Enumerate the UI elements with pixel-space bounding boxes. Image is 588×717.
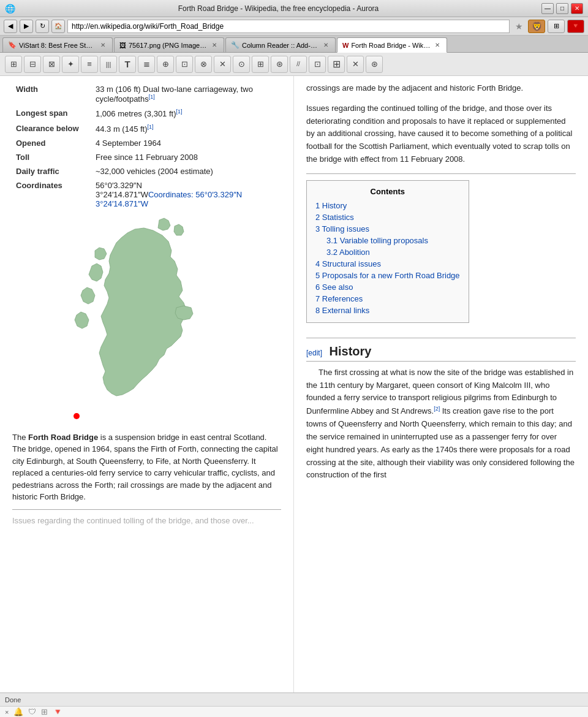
table-row-width: Width 33 m (106 ft) Dual two-lane carria…	[12, 82, 281, 106]
tab-close-vistart[interactable]: ✕	[99, 41, 107, 50]
minimize-button[interactable]: —	[541, 3, 554, 14]
value-toll: Free since 11 February 2008	[92, 150, 281, 164]
toolbar-icon-1[interactable]: ⊞	[5, 56, 22, 73]
back-button[interactable]: ◀	[4, 20, 17, 33]
left-column[interactable]: Width 33 m (106 ft) Dual two-lane carria…	[0, 76, 294, 692]
label-daily-traffic: Daily traffic	[12, 164, 92, 178]
addon-button-3[interactable]: 🔻	[567, 20, 584, 33]
label-opened: Opened	[12, 136, 92, 150]
toolbar-icon-11[interactable]: ⊗	[195, 56, 212, 73]
toolbar-icon-15[interactable]: ⊛	[271, 56, 288, 73]
value-coordinates: 56°0′3.329″N3°24′14.871″WCoordinates: 56…	[92, 178, 281, 211]
tab-close-wikipedia[interactable]: ✕	[433, 41, 442, 50]
url-input[interactable]	[67, 20, 510, 33]
right-column[interactable]: crossings are made by the adjacent and h…	[294, 76, 588, 692]
contents-title: Contents	[315, 187, 460, 196]
toolbar-icon-13[interactable]: ⊙	[233, 56, 250, 73]
tab-wikipedia[interactable]: W Forth Road Bridge - Wikipedia, the fr.…	[337, 37, 447, 53]
status-text: Done	[5, 696, 21, 704]
addon-button-1[interactable]: 🦁	[528, 20, 545, 33]
contents-item-1[interactable]: 1 History	[315, 200, 460, 211]
contents-item-3[interactable]: 3 Tolling issues	[315, 223, 460, 235]
addon-bar-close[interactable]: ×	[5, 708, 9, 716]
tab-icon-column-reader: 🔧	[231, 41, 239, 49]
tabs-bar: 🔖 ViStart 8: Best Free Start Menu Altern…	[0, 36, 588, 53]
intro-partial-text: crossings are made by the adjacent and h…	[306, 82, 576, 95]
description-paragraph: The Forth Road Bridge is a suspension br…	[12, 431, 281, 503]
contents-item-6[interactable]: 6 See also	[315, 281, 460, 293]
sup-2: [2]	[434, 406, 440, 412]
addon-button-2[interactable]: ⊞	[548, 20, 565, 33]
toolbar-icon-8[interactable]: ≣	[138, 56, 155, 73]
content-area: Width 33 m (106 ft) Dual two-lane carria…	[0, 76, 588, 692]
bookmark-star[interactable]: ★	[512, 20, 526, 33]
value-width: 33 m (106 ft) Dual two-lane carriageway,…	[92, 82, 281, 106]
toolbar-icon-3[interactable]: ⊠	[43, 56, 60, 73]
tab-icon-png: 🖼	[119, 42, 126, 49]
tab-icon-wikipedia: W	[342, 42, 349, 49]
addon-bar-icon-1[interactable]: 🔔	[13, 707, 23, 716]
bridge-name-bold: Forth Road Bridge	[28, 433, 98, 442]
contents-item-7[interactable]: 7 References	[315, 293, 460, 305]
contents-item-4[interactable]: 4 Structural issues	[315, 258, 460, 270]
toolbar-icon-2[interactable]: ⊟	[24, 56, 41, 73]
address-bar: ◀ ▶ ↻ 🏠 ★ 🦁 ⊞ 🔻	[0, 17, 588, 36]
toolbar-icon-20[interactable]: ⊛	[366, 56, 383, 73]
description-continuation: Issues regarding the continued tolling o…	[12, 516, 281, 525]
contents-item-8[interactable]: 8 External links	[315, 305, 460, 316]
toolbar-icon-19[interactable]: ✕	[347, 56, 364, 73]
toolbar-icon-17[interactable]: ⊡	[309, 56, 326, 73]
addon-bar-icon-2[interactable]: 🛡	[28, 707, 36, 716]
toolbar-icon-4[interactable]: ✦	[62, 56, 79, 73]
table-row-opened: Opened 4 September 1964	[12, 136, 281, 150]
tab-png[interactable]: 🖼 75617.png (PNG Image, 689 × 525 pi... …	[114, 37, 224, 52]
title-bar: 🌐 Forth Road Bridge - Wikipedia, the fre…	[0, 0, 588, 17]
history-header: [edit] History	[306, 344, 576, 362]
contents-list: 1 History 2 Statistics 3 Tolling issues …	[315, 200, 460, 316]
toolbar-icon-6[interactable]: |||	[100, 56, 117, 73]
divider-bottom	[12, 509, 281, 510]
toolbar-icon-5[interactable]: ≡	[81, 56, 98, 73]
refresh-button[interactable]: ↻	[36, 20, 49, 33]
tolling-paragraph: Issues regarding the continued tolling o…	[306, 102, 576, 166]
divider-2	[306, 338, 576, 338]
sup-width: [1]	[149, 94, 155, 100]
title-bar-text: Forth Road Bridge - Wikipedia, the free …	[15, 4, 541, 13]
contents-box: Contents 1 History 2 Statistics 3 Tollin…	[306, 180, 469, 323]
table-row-coordinates: Coordinates 56°0′3.329″N3°24′14.871″WCoo…	[12, 178, 281, 211]
value-clearance: 44.3 m (145 ft)[1]	[92, 121, 281, 136]
status-bar: Done	[0, 692, 588, 706]
contents-item-3-2[interactable]: 3.2 Abolition	[315, 246, 460, 258]
toolbar-icon-16[interactable]: //	[290, 56, 307, 73]
toolbar-icon-12[interactable]: ✕	[214, 56, 231, 73]
label-width: Width	[12, 82, 92, 106]
contents-item-3-1[interactable]: 3.1 Variable tolling proposals	[315, 235, 460, 246]
close-button[interactable]: ✕	[571, 3, 583, 14]
contents-item-2[interactable]: 2 Statistics	[315, 211, 460, 223]
tab-column-reader[interactable]: 🔧 Column Reader :: Add-ons for Firefox ✕	[225, 37, 336, 52]
tab-vistart[interactable]: 🔖 ViStart 8: Best Free Start Menu Altern…	[2, 37, 113, 52]
info-table: Width 33 m (106 ft) Dual two-lane carria…	[12, 82, 281, 211]
toolbar-icon-9[interactable]: ⊕	[157, 56, 174, 73]
tab-close-png[interactable]: ✕	[210, 41, 219, 50]
label-clearance: Clearance below	[12, 121, 92, 136]
forward-button[interactable]: ▶	[20, 20, 33, 33]
addon-bar-icon-4[interactable]: 🔻	[53, 707, 62, 716]
scotland-map	[61, 217, 233, 425]
toolbar-icon-18[interactable]: ⊞	[328, 56, 345, 73]
toolbar-icon-10[interactable]: ⊡	[176, 56, 193, 73]
map-container	[61, 217, 233, 425]
toolbar-icon-7[interactable]: T	[119, 56, 136, 73]
addon-bar-icon-3[interactable]: ⊞	[41, 707, 48, 716]
tab-close-column-reader[interactable]: ✕	[322, 41, 330, 50]
divider-1	[306, 173, 576, 174]
home-button[interactable]: 🏠	[51, 20, 65, 33]
value-longest-span: 1,006 metres (3,301 ft)[1]	[92, 106, 281, 121]
maximize-button[interactable]: □	[556, 3, 568, 14]
contents-item-5[interactable]: 5 Proposals for a new Forth Road Bridge	[315, 270, 460, 281]
history-text: The first crossing at what is now the si…	[306, 366, 576, 482]
history-edit-link[interactable]: [edit]	[306, 349, 322, 357]
toolbar-icon-14[interactable]: ⊞	[252, 56, 269, 73]
sup-longest-span: [1]	[176, 108, 183, 115]
sup-clearance: [1]	[148, 124, 154, 130]
